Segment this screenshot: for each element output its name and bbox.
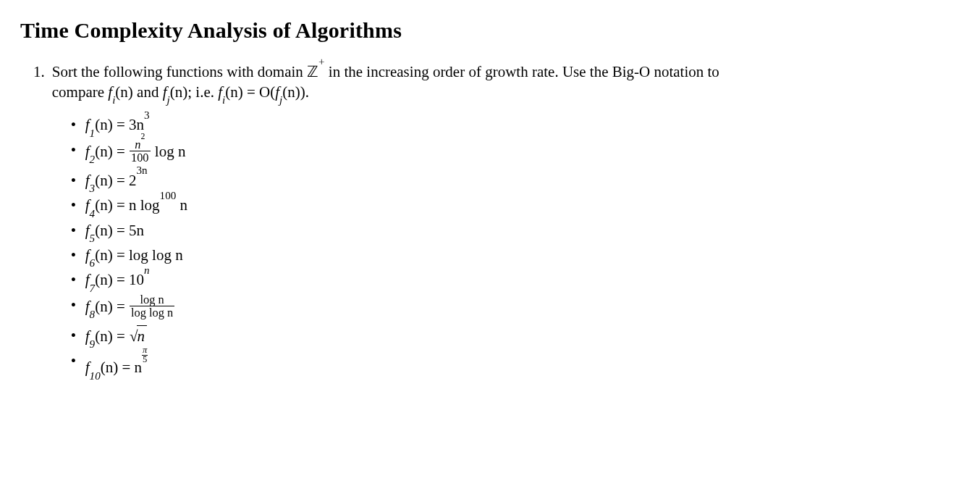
fn-pre: (n) = (95, 327, 129, 345)
text-part: ; i.e. (187, 83, 218, 101)
list-item: f10(n) = nπ5 (71, 348, 772, 380)
text-part: Sort the following functions with domain (52, 63, 307, 80)
problem-body: Sort the following functions with domain… (52, 62, 772, 380)
frac-num: log n (130, 293, 174, 306)
rel-end: (n)). (282, 83, 309, 101)
list-item: f2(n) = n2100 log n (71, 138, 772, 168)
rel-mid: (n) = O( (225, 83, 275, 101)
sqrt: n (129, 325, 147, 346)
fn-f: f (85, 172, 90, 189)
exp-text: 3n (137, 164, 148, 176)
frac-den: 100 (130, 151, 151, 164)
fn-body: (n) = n log (95, 196, 159, 214)
list-item: f6(n) = log log n (71, 243, 772, 267)
frac-den: log log n (130, 306, 174, 319)
fn-sub: 10 (90, 370, 101, 382)
rel-fi-sub: i (222, 94, 225, 106)
text-part: and (133, 83, 163, 101)
fn-sub: 8 (90, 309, 96, 320)
fi-sub: i (112, 94, 115, 106)
fn-body: (n) = 10 (95, 271, 144, 288)
fj-f: f (163, 83, 167, 101)
domain-sup: + (318, 56, 325, 67)
fn-f: f (85, 246, 90, 264)
fn-f: f (85, 196, 90, 214)
fn-exp: 3n (137, 164, 148, 176)
rel-fj-sub: j (279, 94, 282, 106)
fn-tail: n (176, 196, 187, 214)
fn-exp: 3 (144, 109, 150, 121)
fn-body: (n) = 5n (95, 222, 144, 239)
function-list: f1(n) = 3n3 f2(n) = n2100 log n f3(n) = … (52, 112, 772, 380)
fn-pre: (n) = (95, 143, 129, 160)
fi-arg: (n) (115, 83, 133, 101)
fn-f: f (85, 359, 90, 376)
problem-number: 1. (33, 62, 52, 82)
fn-body: (n) = 2 (95, 172, 136, 189)
fn-f: f (85, 116, 90, 133)
problem-statement: Sort the following functions with domain… (52, 62, 772, 103)
page-title: Time Complexity Analysis of Algorithms (20, 16, 960, 46)
fraction: n2100 (129, 138, 151, 164)
fn-exp: n (144, 264, 150, 276)
fn-f: f (85, 222, 90, 239)
radicand: n (137, 325, 148, 346)
fn-body: (n) = n (101, 359, 142, 376)
fraction: log nlog log n (129, 293, 175, 319)
fn-pre: (n) = (95, 298, 129, 315)
integer-symbol: ℤ (307, 63, 318, 80)
fj-sub: j (167, 94, 170, 106)
list-item: f7(n) = 10n (71, 267, 772, 292)
exp-den: 5 (142, 356, 148, 364)
fn-f: f (85, 271, 90, 288)
fn-tail: log n (151, 143, 186, 160)
problem-1: 1. Sort the following functions with dom… (20, 62, 772, 380)
fn-f: f (85, 298, 90, 315)
list-item: f1(n) = 3n3 (71, 112, 772, 137)
fn-f: f (85, 143, 90, 160)
fn-exp: 100 (160, 190, 177, 201)
fn-body: (n) = log log n (95, 246, 183, 264)
fj-arg: (n) (170, 83, 188, 101)
fn-f: f (85, 327, 90, 345)
list-item: f4(n) = n log100 n (71, 193, 772, 217)
fn-body: (n) = 3n (95, 116, 144, 133)
fn-exp-frac: π5 (142, 346, 148, 364)
list-item: f5(n) = 5n (71, 218, 772, 243)
frac-num-exp: 2 (140, 131, 145, 141)
list-item: f8(n) = log nlog log n (71, 293, 772, 323)
fn-sub: 2 (90, 154, 96, 165)
list-item: f9(n) = n (71, 323, 772, 348)
